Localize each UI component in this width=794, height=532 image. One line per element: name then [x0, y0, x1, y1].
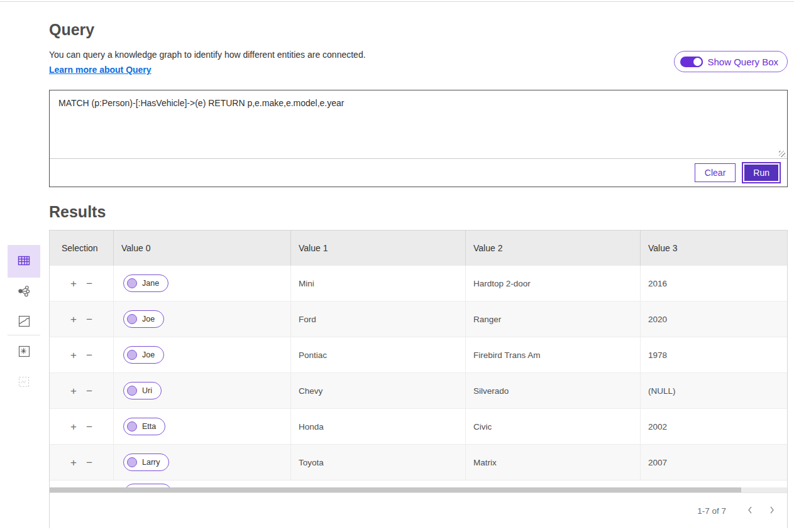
selection-cell — [50, 480, 114, 487]
query-footer: Clear Run — [50, 158, 787, 187]
table-row: + − Joe Ford Ranger 2020 — [50, 301, 787, 337]
value2-cell: Silverado — [466, 373, 641, 408]
sidebar-item-new-map-view[interactable] — [8, 337, 40, 367]
sidebar-item-selection-grid-view-disabled — [8, 367, 40, 398]
value1-cell: Mini — [291, 266, 466, 301]
column-header-value0: Value 0 — [114, 231, 291, 266]
value3-cell: 2020 — [641, 301, 787, 337]
entity-cell: Larry — [114, 445, 291, 480]
value2-cell: Civic — [466, 409, 641, 444]
add-to-selection-button[interactable]: + — [70, 421, 77, 432]
sidebar-item-map-view[interactable] — [8, 307, 40, 337]
top-divider — [0, 1, 794, 2]
value3-cell: 2007 — [641, 445, 787, 480]
value3-cell: 2016 — [641, 266, 787, 301]
value1-cell: Pontiac — [291, 337, 466, 372]
add-to-selection-button[interactable]: + — [70, 386, 77, 396]
value3-cell: 2002 — [641, 409, 787, 444]
entity-node-icon — [127, 457, 137, 467]
page-description: You can query a knowledge graph to ident… — [49, 50, 366, 60]
results-title: Results — [49, 203, 106, 221]
scrollbar-thumb[interactable] — [50, 487, 741, 492]
pagination-range: 1-7 of 7 — [697, 506, 726, 516]
resize-grip-icon[interactable] — [779, 151, 785, 157]
table-row: + − Etta Honda Civic 2002 — [50, 409, 787, 445]
remove-from-selection-button[interactable]: − — [86, 421, 92, 432]
value1-cell: Toyota — [291, 445, 466, 480]
sidebar-item-link-chart-view[interactable] — [8, 277, 40, 307]
toggle-knob — [692, 57, 703, 67]
selection-cell: + − — [50, 409, 114, 444]
value2-cell: Ranger — [466, 301, 641, 337]
toggle-label: Show Query Box — [707, 57, 778, 67]
selection-cell: + − — [50, 337, 114, 372]
show-query-box-toggle[interactable]: Show Query Box — [674, 51, 788, 72]
column-header-value1: Value 1 — [291, 231, 466, 266]
entity-chip[interactable]: Joe — [123, 310, 164, 328]
value1-cell: Chevy — [291, 373, 466, 408]
add-to-selection-button[interactable]: + — [70, 314, 77, 325]
value1-cell: Ford — [291, 301, 466, 337]
new-map-icon — [18, 345, 30, 359]
horizontal-scrollbar[interactable] — [50, 487, 787, 492]
value3-cell: 1978 — [641, 337, 787, 372]
table-row: + − Joe Pontiac Firebird Trans Am 1978 — [50, 337, 787, 373]
remove-from-selection-button[interactable]: − — [86, 350, 92, 361]
page-title: Query — [49, 21, 94, 39]
entity-name: Larry — [142, 458, 160, 467]
clear-button[interactable]: Clear — [695, 163, 736, 182]
entity-cell: Joe — [114, 337, 291, 372]
previous-page-button[interactable] — [744, 504, 756, 518]
entity-chip[interactable]: Jane — [123, 274, 168, 292]
add-to-selection-button[interactable]: + — [70, 457, 77, 468]
entity-chip[interactable]: Etta — [123, 418, 165, 435]
table-row-partial — [50, 480, 787, 487]
sidebar-item-table-view[interactable] — [8, 245, 40, 278]
remove-from-selection-button[interactable]: − — [86, 386, 92, 396]
entity-cell — [114, 480, 291, 487]
entity-cell: Jane — [114, 266, 291, 301]
run-button[interactable]: Run — [743, 163, 780, 182]
table-row: + − Larry Toyota Matrix 2007 — [50, 445, 787, 480]
add-to-selection-button[interactable]: + — [70, 278, 77, 289]
entity-node-icon — [127, 350, 137, 360]
entity-chip[interactable]: Larry — [123, 453, 169, 471]
entity-name: Etta — [142, 422, 156, 431]
table-icon — [18, 254, 30, 269]
selection-cell: + − — [50, 373, 114, 408]
map-icon — [18, 315, 30, 329]
entity-name: Joe — [142, 350, 155, 359]
query-panel: MATCH (p:Person)-[:HasVehicle]->(e) RETU… — [49, 90, 788, 187]
column-header-value3: Value 3 — [641, 231, 787, 266]
entity-node-icon — [127, 314, 137, 324]
query-input[interactable]: MATCH (p:Person)-[:HasVehicle]->(e) RETU… — [50, 90, 787, 158]
entity-node-icon — [127, 421, 137, 432]
value2-cell: Hardtop 2-door — [466, 266, 641, 301]
chevron-left-icon — [747, 506, 753, 516]
value3-cell: (NULL) — [641, 373, 787, 408]
entity-name: Uri — [142, 386, 152, 395]
entity-cell: Uri — [114, 373, 291, 408]
entity-node-icon — [127, 278, 137, 288]
results-table: Selection Value 0 Value 1 Value 2 Value … — [49, 230, 788, 528]
entity-chip[interactable]: Uri — [123, 382, 162, 399]
value2-cell: Firebird Trans Am — [466, 337, 641, 372]
sidebar-divider — [8, 335, 40, 335]
entity-name: Jane — [142, 279, 159, 288]
toggle-switch-icon[interactable] — [680, 57, 703, 67]
next-page-button[interactable] — [766, 504, 778, 518]
column-header-selection: Selection — [50, 231, 114, 266]
remove-from-selection-button[interactable]: − — [86, 278, 92, 289]
entity-chip[interactable]: Joe — [123, 346, 164, 364]
entity-name: Joe — [142, 315, 155, 323]
learn-more-link[interactable]: Learn more about Query — [49, 65, 152, 75]
table-row: + − Jane Mini Hardtop 2-door 2016 — [50, 266, 787, 301]
value1-cell: Honda — [291, 409, 466, 444]
add-to-selection-button[interactable]: + — [70, 350, 77, 361]
remove-from-selection-button[interactable]: − — [86, 457, 92, 468]
table-footer: 1-7 of 7 — [50, 492, 787, 528]
remove-from-selection-button[interactable]: − — [86, 314, 92, 325]
column-header-value2: Value 2 — [466, 231, 641, 266]
chevron-right-icon — [769, 506, 775, 516]
selection-cell: + − — [50, 445, 114, 480]
